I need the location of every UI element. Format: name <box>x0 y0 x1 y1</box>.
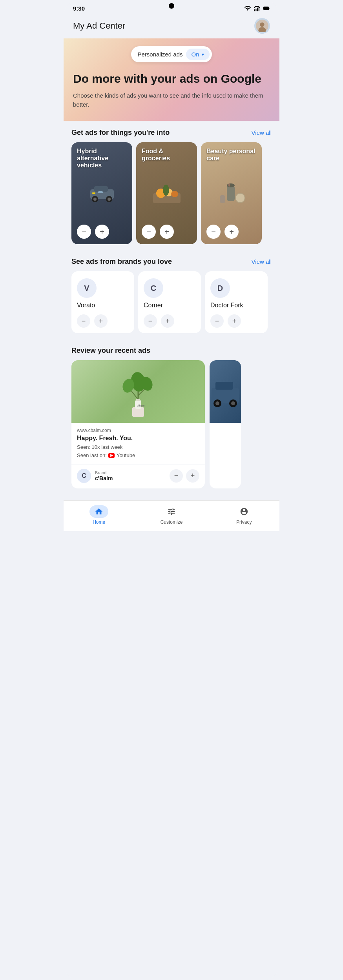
brand-card-corner: C Corner − + <box>138 271 201 333</box>
toggle-value: On <box>192 51 199 58</box>
svg-text:cBalm: cBalm <box>137 404 145 407</box>
svg-point-7 <box>260 22 264 27</box>
recent-ad-brand-avatar: C <box>77 469 91 483</box>
plant-illustration: cBalm <box>115 364 162 419</box>
chevron-down-icon: ▾ <box>202 52 204 57</box>
food-icon <box>151 181 182 205</box>
corner-actions: − + <box>144 314 174 328</box>
brands-header: See ads from brands you love View all <box>71 258 272 266</box>
svg-rect-4 <box>264 7 269 10</box>
svg-rect-35 <box>136 399 140 401</box>
personalized-ads-toggle[interactable]: On ▾ <box>186 49 210 60</box>
avatar[interactable] <box>254 18 270 34</box>
doctor-fork-dislike-btn[interactable]: − <box>210 314 224 328</box>
brand-avatar-vorato: V <box>77 278 97 298</box>
svg-point-40 <box>215 401 219 405</box>
beauty-like-btn[interactable]: + <box>224 225 239 239</box>
recent-ads-title: Review your recent ads <box>71 347 272 355</box>
nav-item-home[interactable]: Home <box>89 505 108 525</box>
page-title: My Ad Center <box>73 21 125 31</box>
plant-background: cBalm <box>71 360 205 423</box>
brand-card-doctor-fork: D Doctor Fork − + <box>205 271 268 333</box>
recent-ad-info: www.cbalm.com Happy. Fresh. You. Seen: 1… <box>71 423 205 465</box>
doctor-fork-like-btn[interactable]: + <box>228 314 241 328</box>
svg-point-26 <box>235 193 245 203</box>
brand-display-name: c'Balm <box>95 475 113 481</box>
brands-title: See ads from brands you love <box>71 258 172 266</box>
categories-cards-row: Hybrid alternative vehicles − + <box>71 142 272 246</box>
customize-nav-label: Customize <box>161 519 183 525</box>
home-nav-label: Home <box>93 519 105 525</box>
privacy-icon-wrap <box>235 505 254 518</box>
food-dislike-btn[interactable]: − <box>142 225 156 239</box>
food-card-actions: − + <box>142 225 174 239</box>
svg-point-23 <box>227 183 235 187</box>
svg-point-42 <box>231 401 235 405</box>
svg-point-12 <box>93 198 97 201</box>
nav-item-customize[interactable]: Customize <box>161 505 183 525</box>
hybrid-like-btn[interactable]: + <box>95 225 109 239</box>
vorato-actions: − + <box>77 314 108 328</box>
wifi-icon <box>244 5 251 12</box>
hero-title: Do more with your ads on Google <box>73 72 270 86</box>
categories-section: Get ads for things you're into View all <box>64 121 279 250</box>
privacy-icon <box>240 507 248 516</box>
svg-point-14 <box>108 198 111 201</box>
status-time: 9:30 <box>73 5 85 12</box>
beauty-icon <box>216 181 247 205</box>
recent-ad-dislike-btn[interactable]: − <box>170 469 183 483</box>
category-card-beauty[interactable]: Beauty personal care − + <box>201 142 262 244</box>
recent-ad-brand-left: C Brand c'Balm <box>77 469 113 483</box>
app-header: My Ad Center <box>64 15 279 38</box>
svg-rect-2 <box>257 8 258 11</box>
brand-avatar-corner: C <box>144 278 163 298</box>
category-card-food[interactable]: Food & groceries − + <box>136 142 197 244</box>
brand-avatar-doctor-fork: D <box>210 278 230 298</box>
hybrid-dislike-btn[interactable]: − <box>77 225 91 239</box>
recent-ad-like-btn[interactable]: + <box>186 469 199 483</box>
vorato-like-btn[interactable]: + <box>94 314 108 328</box>
battery-icon <box>263 5 270 12</box>
recent-ad-brand-text: Brand c'Balm <box>95 470 113 481</box>
svg-rect-15 <box>98 191 103 193</box>
hybrid-card-actions: − + <box>77 225 109 239</box>
categories-title: Get ads for things you're into <box>71 129 170 137</box>
recent-ad-card-cbalm: cBalm www.cbalm.com Happy. Fresh. You. S… <box>71 360 205 488</box>
home-icon <box>95 507 103 516</box>
pill-label: Personalized ads <box>137 51 182 58</box>
food-like-btn[interactable]: + <box>160 225 174 239</box>
vorato-dislike-btn[interactable]: − <box>77 314 90 328</box>
svg-rect-24 <box>228 183 230 187</box>
brand-label: Brand <box>95 470 113 475</box>
recent-ad-brand-row: C Brand c'Balm − + <box>71 465 205 488</box>
recent-ads-section: Review your recent ads <box>64 339 279 492</box>
recent-ad-actions: − + <box>170 469 199 483</box>
customize-icon-wrap <box>162 505 181 518</box>
corner-like-btn[interactable]: + <box>161 314 174 328</box>
recent-ads-row: cBalm www.cbalm.com Happy. Fresh. You. S… <box>71 360 272 488</box>
hero-subtitle: Choose the kinds of ads you want to see … <box>73 91 270 109</box>
svg-rect-1 <box>255 9 256 11</box>
partial-card-image <box>210 360 241 423</box>
nav-item-privacy[interactable]: Privacy <box>235 505 254 525</box>
svg-rect-25 <box>220 195 225 203</box>
category-card-hybrid[interactable]: Hybrid alternative vehicles − + <box>71 142 132 244</box>
categories-header: Get ads for things you're into View all <box>71 129 272 137</box>
beauty-dislike-btn[interactable]: − <box>206 225 221 239</box>
category-label-beauty: Beauty personal care <box>206 148 256 162</box>
categories-view-all[interactable]: View all <box>252 129 272 136</box>
hero-section: Personalized ads On ▾ Do more with your … <box>64 38 279 121</box>
doctor-fork-actions: − + <box>210 314 241 328</box>
svg-rect-0 <box>254 9 255 11</box>
corner-dislike-btn[interactable]: − <box>144 314 157 328</box>
platform-name: Youtube <box>117 452 135 458</box>
signal-icon <box>254 5 261 12</box>
svg-rect-22 <box>227 185 235 201</box>
svg-rect-5 <box>269 8 270 9</box>
privacy-nav-label: Privacy <box>236 519 252 525</box>
brands-view-all[interactable]: View all <box>252 258 272 265</box>
recent-ad-headline: Happy. Fresh. You. <box>77 435 199 442</box>
svg-rect-16 <box>92 192 95 194</box>
recent-ad-url: www.cbalm.com <box>77 428 199 433</box>
svg-rect-3 <box>259 7 259 11</box>
